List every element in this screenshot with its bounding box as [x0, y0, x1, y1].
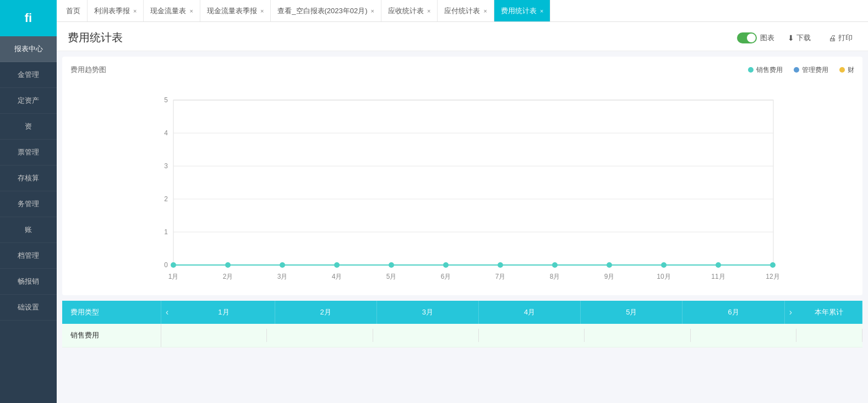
svg-text:3: 3 — [164, 162, 168, 170]
chart-legend: 销售费用 管理费用 财 — [748, 65, 854, 75]
close-tab-receivable[interactable]: × — [427, 8, 430, 14]
svg-text:4: 4 — [164, 129, 168, 137]
legend-finance: 财 — [839, 65, 854, 75]
data-point — [389, 262, 394, 268]
line-chart: 5 4 3 2 1 0 — [70, 84, 854, 287]
sidebar-item-fund-mgmt[interactable]: 金管理 — [0, 62, 57, 88]
chart-title: 费用趋势图 — [70, 65, 106, 75]
download-icon: ⬇ — [788, 34, 794, 42]
data-point — [280, 262, 285, 268]
tab-bar: 首页 利润表季报 × 现金流量表 × 现金流量表季报 × 查看_空白报表(202… — [57, 0, 868, 22]
td-m4 — [479, 329, 585, 342]
chart-toggle-switch[interactable] — [737, 32, 757, 43]
app-logo: fi — [0, 0, 57, 36]
sidebar-item-bill-mgmt[interactable]: 票管理 — [0, 140, 57, 165]
tab-expense-stats[interactable]: 费用统计表 × — [494, 0, 550, 22]
header-actions: 图表 ⬇ 下载 🖨 打印 — [737, 31, 857, 45]
td-m5 — [585, 329, 690, 342]
svg-text:1: 1 — [164, 228, 168, 236]
next-months-button[interactable]: › — [785, 307, 796, 317]
svg-text:5: 5 — [164, 96, 168, 104]
svg-text:5月: 5月 — [386, 273, 397, 280]
th-ytd: 本年累计 — [796, 301, 862, 324]
data-point — [716, 262, 721, 268]
td-m2 — [267, 329, 373, 342]
legend-dot-sales — [748, 67, 754, 73]
legend-sales: 销售费用 — [748, 65, 783, 75]
svg-text:2: 2 — [164, 195, 168, 203]
close-tab-profit-quarterly[interactable]: × — [133, 8, 137, 14]
tab-payable[interactable]: 应付统计表 × — [438, 0, 494, 22]
print-icon: 🖨 — [828, 34, 836, 42]
svg-text:6月: 6月 — [441, 273, 451, 280]
sidebar-item-accounting[interactable]: 账 — [0, 217, 57, 243]
sidebar-item-inventory[interactable]: 存核算 — [0, 165, 57, 191]
tab-profit-quarterly[interactable]: 利润表季报 × — [88, 0, 144, 22]
th-m6: 6月 — [683, 301, 784, 324]
data-point — [498, 262, 503, 268]
svg-text:7月: 7月 — [495, 273, 506, 280]
tab-cashflow-quarterly[interactable]: 现金流量表季报 × — [200, 0, 271, 22]
table-header: 费用类型 ‹ 1月 2月 3月 4月 5月 6月 › 本年累计 — [62, 301, 862, 324]
page-title: 费用统计表 — [68, 30, 123, 45]
data-point — [770, 262, 776, 268]
svg-text:4月: 4月 — [332, 273, 342, 280]
sidebar-item-fixed-assets[interactable]: 定资产 — [0, 88, 57, 114]
data-point — [334, 262, 340, 268]
th-m2: 2月 — [275, 301, 377, 324]
data-point — [443, 262, 449, 268]
sidebar-item-service-mgmt[interactable]: 务管理 — [0, 191, 57, 217]
chart-container: 5 4 3 2 1 0 — [70, 84, 854, 287]
th-m3: 3月 — [377, 301, 479, 324]
svg-text:11月: 11月 — [711, 273, 725, 280]
td-m3 — [373, 329, 479, 342]
svg-text:9月: 9月 — [604, 273, 615, 280]
close-tab-expense-stats[interactable]: × — [540, 8, 543, 14]
td-m6 — [691, 329, 796, 342]
tab-home[interactable]: 首页 — [59, 0, 88, 22]
table-row: 销售费用 — [62, 324, 862, 347]
data-point — [661, 262, 667, 268]
td-type: 销售费用 — [62, 324, 161, 347]
svg-text:12月: 12月 — [766, 273, 779, 280]
close-tab-payable[interactable]: × — [483, 8, 487, 14]
legend-dot-finance — [839, 67, 845, 73]
table-section: 费用类型 ‹ 1月 2月 3月 4月 5月 6月 › 本年累计 销售费用 — [62, 301, 862, 347]
tab-receivable[interactable]: 应收统计表 × — [381, 0, 438, 22]
page-content: 费用统计表 图表 ⬇ 下载 🖨 打印 费用趋势图 — [57, 22, 868, 403]
print-button[interactable]: 🖨 打印 — [824, 31, 857, 45]
sidebar-item-base-settings[interactable]: 础设置 — [0, 295, 57, 321]
svg-text:1月: 1月 — [168, 273, 179, 280]
sidebar-item-expense[interactable]: 畅报销 — [0, 269, 57, 295]
prev-months-button[interactable]: ‹ — [161, 307, 173, 317]
chart-section: 费用趋势图 销售费用 管理费用 财 — [62, 57, 862, 295]
close-tab-blank-report[interactable]: × — [371, 8, 374, 14]
download-button[interactable]: ⬇ 下载 — [783, 31, 815, 45]
chart-toggle-label[interactable]: 图表 — [737, 32, 774, 43]
th-type: 费用类型 — [62, 301, 161, 324]
svg-text:8月: 8月 — [550, 273, 560, 280]
sidebar-item-archive-mgmt[interactable]: 档管理 — [0, 243, 57, 269]
main-content: 首页 利润表季报 × 现金流量表 × 现金流量表季报 × 查看_空白报表(202… — [57, 0, 868, 403]
svg-rect-12 — [173, 100, 773, 265]
close-tab-cashflow-quarterly[interactable]: × — [260, 8, 264, 14]
data-point — [607, 262, 612, 268]
th-m4: 4月 — [479, 301, 581, 324]
svg-text:10月: 10月 — [657, 273, 670, 280]
td-ytd — [796, 329, 862, 342]
th-m5: 5月 — [581, 301, 683, 324]
data-point — [552, 262, 558, 268]
th-m1: 1月 — [173, 301, 275, 324]
tab-cashflow[interactable]: 现金流量表 × — [144, 0, 200, 22]
legend-dot-admin — [794, 67, 799, 73]
tab-blank-report[interactable]: 查看_空白报表(2023年02月) × — [271, 0, 381, 22]
sidebar-item-investment[interactable]: 资 — [0, 114, 57, 140]
svg-text:0: 0 — [164, 261, 168, 269]
data-point — [225, 262, 231, 268]
svg-text:2月: 2月 — [223, 273, 233, 280]
data-point — [171, 262, 176, 268]
td-m1 — [161, 329, 267, 342]
sidebar-item-report-center[interactable]: 报表中心 — [0, 36, 57, 62]
close-tab-cashflow[interactable]: × — [189, 8, 193, 14]
svg-text:3月: 3月 — [277, 273, 288, 280]
